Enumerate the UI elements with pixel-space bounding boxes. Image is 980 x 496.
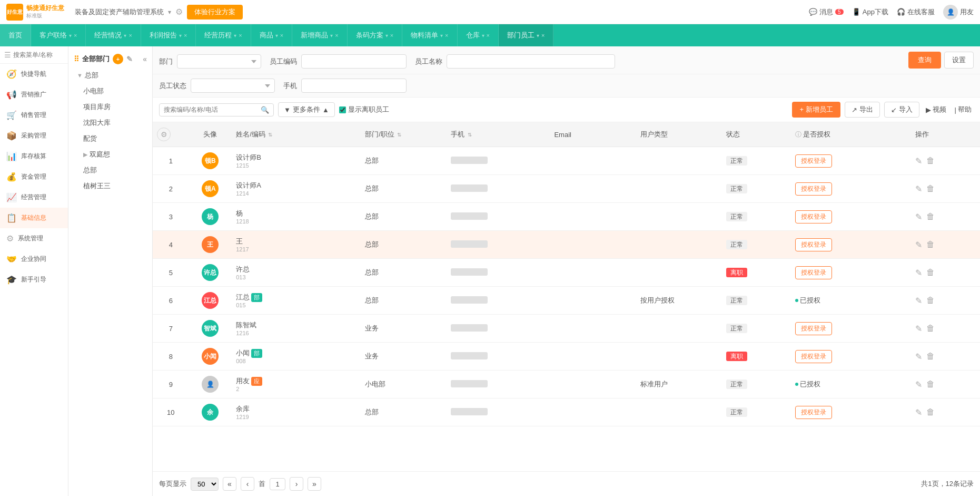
- first-page-btn[interactable]: «: [223, 477, 236, 491]
- tab-add-goods-close[interactable]: ×: [335, 32, 338, 38]
- delete-icon[interactable]: 🗑: [926, 296, 935, 306]
- export-btn[interactable]: ↗ 导出: [845, 102, 880, 118]
- search-icon[interactable]: 🔍: [261, 106, 269, 114]
- dept-item-plant[interactable]: 植树王三: [68, 178, 152, 194]
- edit-icon[interactable]: ✎: [915, 212, 922, 222]
- help-btn[interactable]: | 帮助: [953, 105, 974, 114]
- sidebar-item-operations[interactable]: 📈 经营管理: [0, 187, 68, 208]
- filter-dept-select[interactable]: [177, 54, 261, 69]
- tab-goods[interactable]: 商品 ▾ ×: [251, 24, 292, 46]
- show-resigned-checkbox[interactable]: [339, 106, 346, 113]
- tab-barcode-close[interactable]: ×: [390, 32, 393, 38]
- auth-login-btn[interactable]: 授权登录: [795, 238, 832, 251]
- edit-icon[interactable]: ✎: [915, 380, 922, 390]
- edit-icon[interactable]: ✎: [915, 240, 922, 250]
- auth-login-btn[interactable]: 授权登录: [795, 210, 832, 223]
- edit-icon[interactable]: ✎: [915, 296, 922, 306]
- tab-warehouse[interactable]: 仓库 ▾ ×: [458, 24, 499, 46]
- delete-icon[interactable]: 🗑: [926, 352, 935, 362]
- per-page-select[interactable]: 50: [191, 478, 219, 491]
- dept-item-double-dream[interactable]: ▶ 双庭想: [68, 147, 152, 162]
- sidebar-item-purchase[interactable]: 📦 采购管理: [0, 125, 68, 146]
- auth-login-btn[interactable]: 授权登录: [795, 266, 832, 279]
- sidebar-item-finance[interactable]: 💰 资金管理: [0, 167, 68, 187]
- sidebar-item-marketing[interactable]: 📢 营销推广: [0, 84, 68, 105]
- message-btn[interactable]: 💬 消息 5: [809, 7, 844, 17]
- tab-history-close[interactable]: ×: [239, 32, 242, 38]
- delete-icon[interactable]: 🗑: [926, 380, 935, 390]
- query-button[interactable]: 查询: [908, 52, 941, 69]
- show-resigned-label[interactable]: 显示离职员工: [339, 105, 389, 114]
- sidebar-item-sales[interactable]: 🛒 销售管理: [0, 105, 68, 125]
- dept-item-general[interactable]: ▼ 总部: [68, 67, 152, 83]
- filter-emp-code-input[interactable]: [301, 54, 407, 69]
- next-page-btn[interactable]: ›: [290, 477, 303, 491]
- auth-login-btn[interactable]: 授权登录: [795, 350, 832, 363]
- auth-login-btn[interactable]: 授权登录: [795, 182, 832, 196]
- tab-employees-close[interactable]: ×: [541, 32, 545, 38]
- last-page-btn[interactable]: »: [308, 477, 321, 491]
- more-filters-btn[interactable]: ▼ 更多条件 ▲: [278, 102, 335, 117]
- table-settings-icon[interactable]: ⚙: [157, 128, 171, 141]
- edit-icon[interactable]: ✎: [915, 184, 922, 194]
- filter-phone-input[interactable]: [301, 79, 407, 93]
- tab-customer-close[interactable]: ×: [74, 32, 77, 38]
- auth-login-btn[interactable]: 授权登录: [795, 322, 832, 335]
- dept-item-project[interactable]: 项目库房: [68, 99, 152, 115]
- delete-icon[interactable]: 🗑: [926, 324, 935, 334]
- tab-home[interactable]: 首页: [0, 24, 31, 46]
- current-page[interactable]: 1: [270, 478, 285, 490]
- user-profile[interactable]: 👤 用友: [943, 5, 974, 20]
- delete-icon[interactable]: 🗑: [926, 212, 935, 222]
- tab-operations[interactable]: 经营情况 ▾ ×: [86, 24, 141, 46]
- sidebar-item-guide[interactable]: 🎓 新手引导: [0, 269, 68, 290]
- tab-goods-close[interactable]: ×: [280, 32, 283, 38]
- sidebar-item-basic[interactable]: 📋 基础信息: [0, 208, 68, 228]
- delete-icon[interactable]: 🗑: [926, 407, 935, 417]
- add-employee-btn[interactable]: + 新增员工: [792, 102, 840, 118]
- dept-tree-edit-icon[interactable]: ✎: [126, 55, 133, 63]
- filter-emp-status-select[interactable]: [191, 79, 275, 93]
- dept-item-delivery[interactable]: 配货: [68, 131, 152, 147]
- edit-icon[interactable]: ✎: [915, 352, 922, 362]
- delete-icon[interactable]: 🗑: [926, 268, 935, 278]
- trial-button[interactable]: 体验行业方案: [187, 5, 243, 20]
- edit-icon[interactable]: ✎: [915, 268, 922, 278]
- dept-add-btn[interactable]: +: [113, 54, 123, 64]
- th-name[interactable]: 姓名/编码 ⇅: [232, 122, 361, 147]
- edit-icon[interactable]: ✎: [915, 156, 922, 166]
- video-btn[interactable]: ▶ 视频: [924, 105, 948, 114]
- title-dropdown-icon[interactable]: ▾: [168, 8, 171, 16]
- tab-history[interactable]: 经营历程 ▾ ×: [196, 24, 251, 46]
- tab-profit-close[interactable]: ×: [184, 32, 187, 38]
- sidebar-item-system[interactable]: ⚙ 系统管理: [0, 228, 68, 249]
- dept-item-shenyang[interactable]: 沈阳大库: [68, 115, 152, 131]
- auth-login-btn[interactable]: 授权登录: [795, 154, 832, 168]
- tab-operations-close[interactable]: ×: [128, 32, 132, 38]
- tab-barcode[interactable]: 条码方案 ▾ ×: [348, 24, 402, 46]
- edit-icon[interactable]: ✎: [915, 407, 922, 417]
- sidebar-item-enterprise[interactable]: 🤝 企业协同: [0, 249, 68, 269]
- delete-icon[interactable]: 🗑: [926, 156, 935, 166]
- dept-item-hq[interactable]: 总部: [68, 162, 152, 178]
- tab-employees[interactable]: 部门员工 ▾ ×: [499, 24, 553, 46]
- search-input[interactable]: [164, 106, 259, 113]
- online-service-btn[interactable]: 🎧 在线客服: [897, 7, 935, 17]
- filter-emp-name-input[interactable]: [447, 54, 615, 69]
- th-phone[interactable]: 手机 ⇅: [447, 122, 550, 147]
- dept-tree-collapse-btn[interactable]: «: [143, 55, 147, 63]
- sidebar-item-quick[interactable]: 🧭 快捷导航: [0, 64, 68, 84]
- tab-bom[interactable]: 物料清单 ▾ ×: [402, 24, 457, 46]
- settings-icon[interactable]: ⚙: [175, 7, 183, 17]
- prev-page-btn[interactable]: ‹: [241, 477, 254, 491]
- sidebar-item-inventory[interactable]: 📊 库存核算: [0, 146, 68, 167]
- tab-warehouse-close[interactable]: ×: [487, 32, 490, 38]
- tab-add-goods[interactable]: 新增商品 ▾ ×: [292, 24, 347, 46]
- import-btn[interactable]: ↙ 导入: [884, 102, 919, 118]
- tab-customer[interactable]: 客户联络 ▾ ×: [31, 24, 86, 46]
- delete-icon[interactable]: 🗑: [926, 184, 935, 194]
- auth-login-btn[interactable]: 授权登录: [795, 406, 832, 419]
- tab-bom-close[interactable]: ×: [445, 32, 448, 38]
- dept-item-small-elec[interactable]: 小电部: [68, 83, 152, 99]
- delete-icon[interactable]: 🗑: [926, 240, 935, 250]
